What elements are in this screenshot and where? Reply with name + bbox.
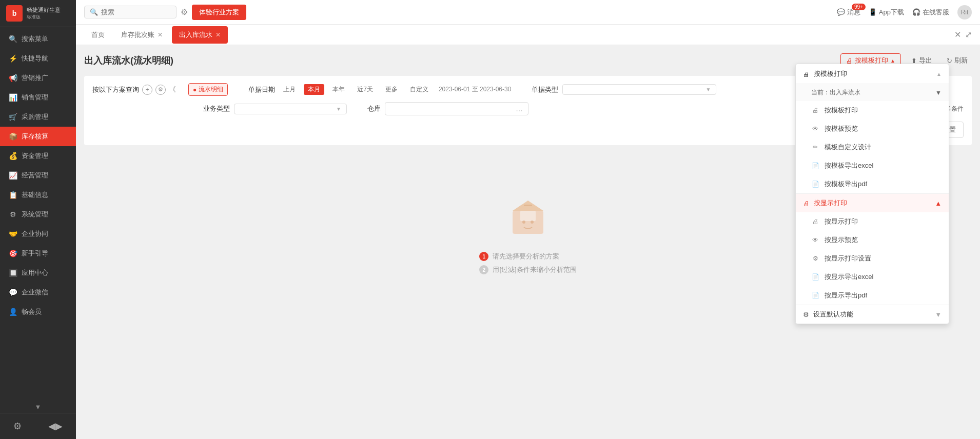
sidebar-item-label: 经营管理: [22, 171, 48, 180]
chevron-down-icon: ▼: [705, 87, 711, 92]
sidebar-item-search[interactable]: 🔍 搜索菜单: [0, 29, 76, 49]
shortcut-icon: ⚡: [8, 54, 17, 63]
sales-icon: 📊: [8, 93, 17, 102]
dropdown-item-display-settings[interactable]: ⚙ 按显示打印设置: [796, 249, 949, 268]
dropdown-item-display-preview[interactable]: 👁 按显示预览: [796, 231, 949, 249]
dropdown-item-template-print[interactable]: 🖨 按模板打印: [796, 101, 949, 119]
empty-step-2: 2 用[过滤]条件来缩小分析范围: [479, 265, 576, 274]
user-avatar[interactable]: Rit: [957, 5, 972, 19]
date-btn-more[interactable]: 更多: [381, 84, 402, 95]
system-icon: ⚙: [8, 210, 17, 219]
business-type-select[interactable]: ▼: [234, 104, 347, 114]
topbar: 🔍 ⚙ 体验行业方案 💬 消息 99+ 📱 App下载 🎧 在线客服 Rit: [76, 0, 980, 25]
sidebar-item-enterprise[interactable]: 🤝 企业协同: [0, 224, 76, 244]
date-btn-this-month[interactable]: 本月: [304, 84, 324, 95]
dropdown-item-template-customize[interactable]: ✏ 模板自定义设计: [796, 138, 949, 156]
dropdown-template-section: 🖨 按模板打印 👁 按模板预览 ✏ 模板自定义设计 📄 按模板导出excel 📄: [796, 101, 949, 194]
collapse-sidebar-btn[interactable]: ◀▶: [44, 418, 67, 434]
step-2-num: 2: [479, 265, 488, 274]
display-print-icon: 🖨: [803, 199, 810, 207]
dropdown-item-template-excel[interactable]: 📄 按模板导出excel: [796, 156, 949, 175]
more-icon[interactable]: …: [516, 105, 523, 113]
tab-flow[interactable]: 出入库流水 ✕: [172, 26, 228, 44]
dropdown-display-section-header[interactable]: 🖨 按显示打印 ▲: [796, 194, 949, 212]
settings-bottom-btn[interactable]: ⚙: [9, 418, 26, 434]
sidebar-item-apps[interactable]: 🔲 应用中心: [0, 263, 76, 283]
tab-flow-label: 出入库流水: [179, 30, 212, 39]
warehouse-select[interactable]: …: [385, 102, 528, 115]
sidebar-item-guide[interactable]: 🎯 新手引导: [0, 244, 76, 263]
purchase-icon: 🛒: [8, 112, 17, 122]
display-settings-icon: ⚙: [811, 254, 819, 263]
sidebar-item-basic[interactable]: 📋 基础信息: [0, 185, 76, 205]
dropdown-item-label: 按模板打印: [825, 106, 858, 115]
excel-icon: 📄: [811, 162, 819, 170]
date-btn-this-year[interactable]: 本年: [328, 84, 349, 95]
sidebar-item-label: 应用中心: [22, 268, 48, 277]
filter-add-btn[interactable]: +: [142, 85, 152, 95]
sidebar-item-marketing[interactable]: 📢 营销推广: [0, 68, 76, 88]
maximize-btn[interactable]: ⤢: [965, 30, 972, 39]
sidebar-item-member[interactable]: 👤 畅会员: [0, 302, 76, 322]
topbar-right: 💬 消息 99+ 📱 App下载 🎧 在线客服 Rit: [837, 5, 972, 19]
sidebar-item-label: 库存核算: [22, 132, 48, 141]
tab-batch[interactable]: 库存批次账 ✕: [114, 26, 170, 44]
display-section-label: 按显示打印: [814, 198, 847, 208]
search-input[interactable]: [101, 8, 163, 16]
window-controls: ✕ ⤢: [954, 30, 972, 39]
filter-tag-flow[interactable]: ● 流水明细: [188, 83, 228, 96]
display-section-arrow: ▲: [935, 199, 942, 207]
dropdown-item-label: 按显示打印设置: [825, 254, 871, 263]
online-service-btn[interactable]: 🎧 在线客服: [912, 8, 949, 17]
footer-arrow: ▼: [935, 311, 942, 318]
sidebar-item-sales[interactable]: 📊 销售管理: [0, 88, 76, 107]
sidebar-item-inventory[interactable]: 📦 库存核算: [0, 127, 76, 146]
date-btn-7days[interactable]: 近7天: [353, 84, 377, 95]
date-btn-last-month[interactable]: 上月: [279, 84, 300, 95]
sidebar-item-shortcut[interactable]: ⚡ 快捷导航: [0, 49, 76, 68]
sidebar-scroll-down[interactable]: ▼: [0, 401, 76, 413]
date-btn-custom[interactable]: 自定义: [406, 84, 433, 95]
sidebar-item-system[interactable]: ⚙ 系统管理: [0, 205, 76, 224]
dropdown-item-display-pdf[interactable]: 📄 按显示导出pdf: [796, 286, 949, 305]
sidebar-item-label: 系统管理: [22, 210, 48, 219]
operation-icon: 📈: [8, 171, 17, 180]
tab-flow-close[interactable]: ✕: [215, 31, 221, 38]
printer-dropdown-icon: 🖨: [803, 70, 810, 78]
app-download-btn[interactable]: 📱 App下载: [869, 8, 904, 17]
tab-home-label: 首页: [91, 30, 105, 39]
dropdown-item-display-print[interactable]: 🖨 按显示打印: [796, 212, 949, 231]
tab-home[interactable]: 首页: [84, 26, 112, 44]
sidebar-nav: 🔍 搜索菜单 ⚡ 快捷导航 📢 营销推广 📊 销售管理 🛒 采购管理 📦 库存核…: [0, 27, 76, 401]
dropdown-item-template-pdf[interactable]: 📄 按模板导出pdf: [796, 175, 949, 193]
trial-btn[interactable]: 体验行业方案: [192, 5, 246, 20]
message-icon: 💬: [837, 8, 845, 16]
sidebar-item-purchase[interactable]: 🛒 采购管理: [0, 107, 76, 127]
sidebar-item-label: 新手引导: [22, 249, 48, 258]
warehouse-label: 仓库: [367, 104, 381, 113]
sidebar-item-operation[interactable]: 📈 经营管理: [0, 166, 76, 185]
filter-collapse-left-btn[interactable]: 《: [169, 85, 176, 94]
dropdown-item-label: 按显示打印: [825, 217, 858, 226]
dropdown-item-label: 按显示预览: [825, 235, 858, 245]
basic-icon: 📋: [8, 190, 17, 199]
message-btn[interactable]: 💬 消息 99+: [837, 8, 860, 17]
dropdown-item-template-preview[interactable]: 👁 按模板预览: [796, 119, 949, 138]
sidebar-item-finance[interactable]: 💰 资金管理: [0, 146, 76, 166]
topbar-search-box[interactable]: 🔍: [84, 6, 177, 18]
dropdown-item-display-excel[interactable]: 📄 按显示导出excel: [796, 268, 949, 286]
dropdown-footer[interactable]: ⚙ 设置默认功能 ▼: [796, 305, 949, 324]
dropdown-header-arrow: ▲: [936, 71, 942, 77]
gear-icon[interactable]: ⚙: [181, 7, 188, 17]
edit-icon: ✏: [811, 143, 819, 151]
close-tab-btn[interactable]: ✕: [954, 30, 961, 39]
filter-setting-btn[interactable]: ⚙: [155, 85, 166, 95]
sidebar-bottom: ⚙ ◀▶: [0, 413, 76, 439]
sidebar-item-wechat[interactable]: 💬 企业微信: [0, 283, 76, 302]
dropdown-header[interactable]: 🖨 按模板打印 ▲: [796, 64, 949, 84]
wechat-icon: 💬: [8, 288, 17, 297]
refresh-label: 刷新: [954, 56, 968, 65]
download-icon: 📱: [869, 8, 877, 16]
type-select[interactable]: ▼: [562, 84, 716, 95]
tab-batch-close[interactable]: ✕: [158, 31, 163, 38]
